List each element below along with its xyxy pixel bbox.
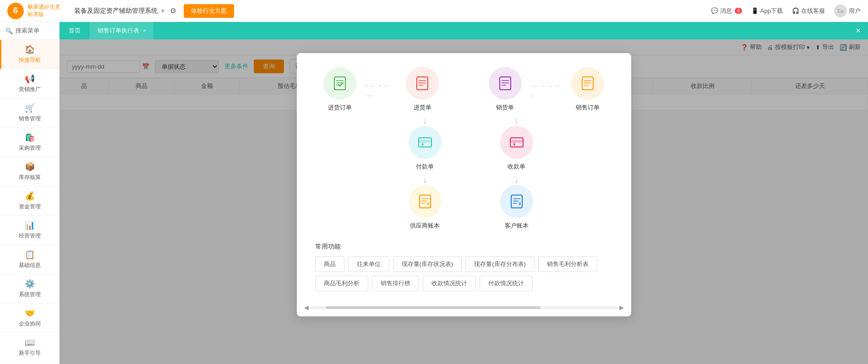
flow-node-supplier: ¥ 供应商账本 xyxy=(398,185,453,230)
common-title: 常用功能 xyxy=(315,243,613,251)
sidebar-item-operations[interactable]: 📊经营管理 xyxy=(0,216,59,245)
tab-close-icon[interactable]: × xyxy=(143,27,146,34)
sidebar-item-new-guide[interactable]: 📖新手引导 xyxy=(0,333,59,362)
common-function-btn[interactable]: 往来单位 xyxy=(348,256,389,272)
sidebar-icon-finance: 💰 xyxy=(25,191,35,201)
page-content: ❓ 帮助 🖨 按模板打印 ▾ ⬆ 导出 🔄 刷新 xyxy=(60,39,868,364)
flow-node-customer: ¥ 客户账本 xyxy=(489,185,544,230)
flow-node-purchase-bill: 进货单 xyxy=(398,67,447,112)
dropdown-icon[interactable]: ▾ xyxy=(161,7,164,14)
sidebar-label-enterprise: 企业协同 xyxy=(19,320,41,328)
flow-node-sales-bill: 销货单 xyxy=(480,67,530,112)
message-icon: 💬 xyxy=(711,7,718,14)
sidebar-item-enterprise[interactable]: 🤝企业协同 xyxy=(0,304,59,333)
sidebar-item-sales[interactable]: 🛒销售管理 xyxy=(0,98,59,128)
sidebar: 🔍 搜索菜单 🏠快捷导航📢营销推广🛒销售管理🛍️采购管理📦库存核算💰资金管理📊经… xyxy=(0,22,60,364)
svg-text:¥: ¥ xyxy=(513,142,516,147)
trial-button[interactable]: 体验行业方案 xyxy=(184,4,234,18)
top-header: 6 畅康通好生意 标准版 装备及固定资产辅助管理系统 ▾ ⚙ 体验行业方案 💬 … xyxy=(0,0,868,22)
sidebar-item-marketing[interactable]: 📢营销推广 xyxy=(0,69,59,98)
common-function-btn[interactable]: 付款情况统计 xyxy=(480,276,533,291)
sidebar-search[interactable]: 🔍 搜索菜单 xyxy=(0,22,59,40)
scroll-left-arrow[interactable]: ◀ xyxy=(304,304,309,311)
tab-active[interactable]: 销售订单执行表 × xyxy=(90,22,153,39)
purchase-bill-icon xyxy=(406,67,439,100)
sidebar-icon-marketing: 📢 xyxy=(25,74,35,84)
system-title: 装备及固定资产辅助管理系统 xyxy=(74,7,158,15)
settings-icon[interactable]: ⚙ xyxy=(170,6,176,15)
flow-node-purchase-order: 进货订单 xyxy=(315,67,365,112)
svg-rect-17 xyxy=(419,140,431,142)
customer-label: 客户账本 xyxy=(505,222,529,230)
flow-node-sales-order: 销售订单 xyxy=(563,67,612,112)
sidebar-label-operations: 经营管理 xyxy=(19,232,41,240)
receipt-label: 收款单 xyxy=(508,163,525,171)
svg-rect-0 xyxy=(334,77,345,90)
header-right: 💬 消息 6 📱 App下载 🎧 在线客服 Ea 用户 xyxy=(711,5,861,17)
sidebar-item-inventory[interactable]: 📦库存核算 xyxy=(0,157,59,186)
sidebar-label-finance: 资金管理 xyxy=(19,203,41,211)
sidebar-label-purchase: 采购管理 xyxy=(19,144,41,152)
logo-text: 畅康通好生意 标准版 xyxy=(27,4,60,18)
sidebar-icon-sys-mgmt: ⚙️ xyxy=(25,279,35,289)
content-area: 首页 销售订单执行表 × × ❓ 帮助 🖨 按模板打印 ▾ xyxy=(60,22,868,364)
sidebar-label-quick-nav: 快捷导航 xyxy=(19,56,41,64)
scrollbar-thumb[interactable] xyxy=(326,306,540,309)
payment-label: 付款单 xyxy=(416,163,434,171)
sales-bill-label: 销货单 xyxy=(496,103,514,112)
sidebar-label-sys-mgmt: 系统管理 xyxy=(19,291,41,299)
tab-home[interactable]: 首页 xyxy=(60,22,90,39)
tab-main-close[interactable]: × xyxy=(848,26,868,36)
common-function-btn[interactable]: 现存量(库存分布表) xyxy=(465,256,535,272)
payment-icon: ¥ xyxy=(409,126,442,159)
common-function-btn[interactable]: 现存量(库存状况表) xyxy=(393,256,462,272)
common-function-btn[interactable]: 收款情况统计 xyxy=(423,276,476,291)
sidebar-item-base-info[interactable]: 📋基础信息 xyxy=(0,245,59,274)
sales-bill-icon xyxy=(489,67,522,100)
svg-rect-4 xyxy=(417,77,428,90)
service-icon: 🎧 xyxy=(792,7,799,14)
sidebar-icon-operations: 📊 xyxy=(25,220,35,230)
sidebar-item-sys-mgmt[interactable]: ⚙️系统管理 xyxy=(0,274,59,304)
app-icon: 📱 xyxy=(751,7,759,14)
common-function-btn[interactable]: 商品 xyxy=(315,256,344,272)
flow-section: 进货订单 - - - - → 进货单 xyxy=(297,53,631,243)
common-function-btn[interactable]: 商品毛利分析 xyxy=(315,276,368,291)
service-btn[interactable]: 🎧 在线客服 xyxy=(792,7,825,15)
sidebar-label-marketing: 营销推广 xyxy=(19,86,41,93)
svg-text:¥: ¥ xyxy=(518,201,521,206)
message-btn[interactable]: 💬 消息 6 xyxy=(711,7,742,15)
sidebar-item-quick-nav[interactable]: 🏠快捷导航 xyxy=(0,40,59,69)
common-function-btn[interactable]: 销售毛利分析表 xyxy=(538,256,597,272)
logo-icon: 6 xyxy=(7,3,24,19)
svg-rect-12 xyxy=(582,77,593,90)
purchase-order-icon xyxy=(323,67,356,100)
common-buttons: 商品往来单位现存量(库存状况表)现存量(库存分布表)销售毛利分析表商品毛利分析销… xyxy=(315,256,613,291)
sidebar-icon-enterprise: 🤝 xyxy=(25,308,35,318)
common-section: 常用功能 商品往来单位现存量(库存状况表)现存量(库存分布表)销售毛利分析表商品… xyxy=(297,243,631,300)
common-function-btn[interactable]: 销售排行榜 xyxy=(372,276,419,291)
user-btn[interactable]: Ea 用户 xyxy=(834,5,861,17)
sidebar-item-purchase[interactable]: 🛍️采购管理 xyxy=(0,128,59,157)
supplier-icon: ¥ xyxy=(409,185,442,218)
svg-rect-20 xyxy=(510,140,523,142)
sidebar-label-new-guide: 新手引导 xyxy=(19,349,41,357)
svg-text:¥: ¥ xyxy=(421,142,424,147)
sales-order-icon xyxy=(571,67,604,100)
sidebar-icon-new-guide: 📖 xyxy=(25,337,35,348)
app-download-btn[interactable]: 📱 App下载 xyxy=(751,7,783,15)
scrollbar-track xyxy=(311,306,617,309)
scroll-right-arrow[interactable]: ▶ xyxy=(619,304,624,311)
active-bar xyxy=(0,40,1,69)
flow-node-payment: ¥ 付款单 xyxy=(398,126,453,171)
sidebar-icon-inventory: 📦 xyxy=(25,162,35,172)
sidebar-icon-base-info: 📋 xyxy=(25,250,35,260)
svg-text:¥: ¥ xyxy=(426,201,430,206)
sidebar-label-sales: 销售管理 xyxy=(19,115,41,123)
modal: 进货订单 - - - - → 进货单 xyxy=(297,53,631,316)
header-main: 装备及固定资产辅助管理系统 ▾ ⚙ 体验行业方案 xyxy=(67,4,711,18)
sidebar-item-finance[interactable]: 💰资金管理 xyxy=(0,186,59,216)
svg-rect-8 xyxy=(500,77,511,90)
modal-scrollbar: ◀ ▶ xyxy=(297,300,631,316)
main-layout: 🔍 搜索菜单 🏠快捷导航📢营销推广🛒销售管理🛍️采购管理📦库存核算💰资金管理📊经… xyxy=(0,22,868,364)
